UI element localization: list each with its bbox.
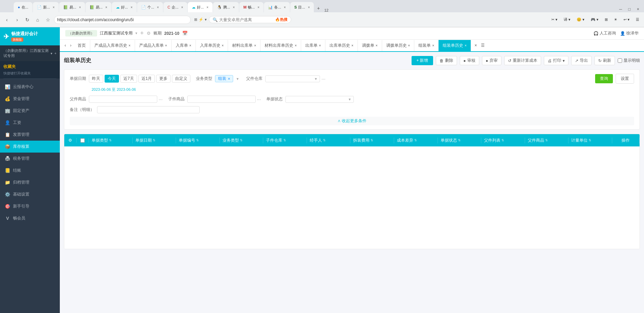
service-button[interactable]: 🎧 人工咨询	[593, 30, 616, 36]
status-select[interactable]: ▾	[285, 96, 354, 103]
tab-scroll-left[interactable]: ‹	[63, 43, 68, 48]
browser-tab-5[interactable]: ☁ 好... ×	[112, 2, 137, 12]
audit-button[interactable]: ● 审核	[460, 56, 479, 65]
tab-transfer-close[interactable]: ×	[376, 44, 378, 47]
undo-tool[interactable]: ↩ ▾	[621, 17, 632, 23]
remarks-input[interactable]	[97, 106, 200, 113]
maximize-button[interactable]: □	[626, 6, 633, 12]
tab-finished-goods-history-close[interactable]: ×	[129, 44, 131, 47]
browser-tab-10[interactable]: M 畅... ×	[239, 2, 264, 12]
browser-tab-12[interactable]: S 目... ×	[290, 2, 314, 12]
child-product-input[interactable]	[187, 96, 256, 103]
tab-transfer-history-close[interactable]: ×	[408, 44, 410, 47]
browser-tab-6[interactable]: 📄 个... ×	[137, 2, 163, 12]
tab-transfer-history[interactable]: 调拨单历史 ×	[382, 40, 415, 51]
tab-assembly-close[interactable]: ×	[432, 44, 434, 47]
select-all-checkbox[interactable]	[80, 138, 85, 143]
tab-outbound-history[interactable]: 出库单历史 ×	[325, 40, 358, 51]
tab-material-outbound-close[interactable]: ×	[254, 44, 256, 47]
browser-tab-4[interactable]: 📗 易... ×	[85, 2, 111, 12]
new-tab-button[interactable]: +	[314, 4, 322, 12]
tab-material-outbound[interactable]: 材料出库单 ×	[228, 40, 260, 51]
user-button[interactable]: 👤 徐泽华	[620, 30, 639, 36]
sidebar-item-settings[interactable]: ⚙️ 基础设置	[0, 188, 60, 200]
grid-icon[interactable]: ⊞	[194, 17, 197, 22]
parent-product-more[interactable]: ···	[159, 97, 163, 102]
tab-finished-goods-close[interactable]: ×	[165, 44, 167, 47]
th-status[interactable]: 单据状态 ⇅	[438, 138, 482, 143]
delete-button[interactable]: 🗑 删除	[436, 56, 457, 65]
tab-assembly-history-close[interactable]: ×	[465, 44, 467, 47]
lightning-icon[interactable]: ⚡	[199, 17, 203, 22]
abandon-button[interactable]: ● 弃审	[482, 56, 501, 65]
calendar-icon[interactable]: 📅	[182, 31, 188, 36]
tab-inbound-history-close[interactable]: ×	[222, 44, 224, 47]
minimize-button[interactable]: ─	[617, 6, 624, 12]
parent-product-input[interactable]	[89, 96, 157, 103]
emoji-tool[interactable]: 😊 ▾	[575, 17, 587, 23]
new-button[interactable]: + 新增	[412, 56, 433, 65]
game-tool[interactable]: 🎮 ▾	[589, 17, 601, 23]
tab-material-outbound-history[interactable]: 材料出库单历史 ×	[260, 40, 301, 51]
gear-icon[interactable]: ⚙	[147, 31, 151, 36]
tab-inbound-history[interactable]: 入库单历史 ×	[196, 40, 228, 51]
browser-tab-8[interactable]: ☁ 好... ×	[188, 2, 213, 12]
close-button[interactable]: ×	[635, 6, 641, 12]
th-child-wh[interactable]: 子件仓库 ⇅	[263, 138, 307, 143]
back-button[interactable]: ‹	[3, 16, 11, 24]
sidebar-item-assets[interactable]: 🏢 固定资产	[0, 105, 60, 117]
th-doc-type[interactable]: 单据类型 ⇅	[89, 138, 133, 143]
yesterday-btn[interactable]: 昨天	[89, 75, 103, 83]
th-doc-number[interactable]: 单据编号 ⇅	[176, 138, 220, 143]
tab-transfer[interactable]: 调拨单 ×	[358, 40, 382, 51]
sidebar-item-invoice[interactable]: 📋 发票管理	[0, 129, 60, 141]
tab-scroll-right[interactable]: ›	[68, 43, 73, 48]
browser-tab-7[interactable]: C 企... ×	[163, 2, 187, 12]
refresh-button[interactable]: ↻ 刷新	[594, 56, 615, 65]
sidebar-item-closing[interactable]: 📒 结账	[0, 165, 60, 176]
browser-tab-9[interactable]: 🐧 腾... ×	[213, 2, 239, 12]
parent-warehouse-more[interactable]: ···	[321, 76, 325, 82]
th-parent-list[interactable]: 父件列表 ⇅	[481, 138, 525, 143]
tab-assembly[interactable]: 组装单 ×	[414, 40, 439, 51]
th-doc-date[interactable]: 单据日期 ⇅	[133, 138, 176, 143]
star-button[interactable]: ☆	[44, 16, 52, 24]
sidebar-item-funds[interactable]: 💰 资金管理	[0, 93, 60, 105]
dropdown-icon[interactable]: ▾	[205, 17, 207, 22]
tab-finished-goods[interactable]: 产成品入库单 ×	[135, 40, 172, 51]
show-detail-checkbox[interactable]: 显示明细	[618, 58, 640, 63]
query-button[interactable]: 查询	[595, 74, 613, 83]
tab-outbound-close[interactable]: ×	[319, 44, 321, 47]
tab-outbound-history-close[interactable]: ×	[351, 44, 353, 47]
address-input[interactable]	[54, 16, 191, 24]
sidebar-item-tax[interactable]: 🖨️ 税务管理	[0, 153, 60, 165]
export-button[interactable]: ↗ 导出	[571, 56, 592, 65]
collapse-bar[interactable]: ∧ 收起更多条件	[70, 117, 634, 125]
browser-tab-3[interactable]: 📗 易... ×	[59, 2, 85, 12]
th-biz-type[interactable]: 业务类型 ⇅	[220, 138, 264, 143]
favorites-shortcut[interactable]: 快捷键打开收藏夹	[3, 71, 56, 76]
browser-tab-11[interactable]: 📊 各... ×	[264, 2, 290, 12]
sidebar-item-reports[interactable]: 📊 云报表中心	[0, 81, 60, 93]
tab-outbound[interactable]: 出库单 ×	[301, 40, 325, 51]
menu-tool[interactable]: ☰	[634, 17, 641, 23]
company-dropdown-icon[interactable]: ▾	[135, 31, 137, 35]
custom-btn[interactable]: 自定义	[172, 75, 190, 83]
home-button[interactable]: ⌂	[33, 16, 42, 24]
show-detail-input[interactable]	[618, 58, 622, 63]
settings-button[interactable]: 设置	[616, 74, 634, 84]
th-checkbox[interactable]	[77, 138, 89, 143]
th-dismantle-cost[interactable]: 拆装费用 ⇅	[350, 138, 394, 143]
tab-inbound[interactable]: 入库单 ×	[172, 40, 196, 51]
sidebar-item-inventory[interactable]: 📦 库存核算	[0, 141, 60, 153]
th-unit[interactable]: 计量单位 ⇅	[568, 138, 612, 143]
sun-tool[interactable]: ☀	[612, 17, 619, 23]
parent-warehouse-select[interactable]: ▾	[265, 75, 320, 82]
tab-more-button[interactable]: ☰	[479, 43, 487, 48]
tab-finished-goods-history[interactable]: 产成品入库单历史 ×	[90, 40, 135, 51]
browser-tab-2[interactable]: 📄 新... ×	[33, 2, 59, 12]
1month-btn[interactable]: 近1月	[138, 75, 155, 83]
recalc-button[interactable]: ↺ 重新计算成本	[504, 56, 541, 65]
sidebar-item-payroll[interactable]: 👤 工资	[0, 117, 60, 129]
forward-button[interactable]: ›	[13, 16, 21, 24]
